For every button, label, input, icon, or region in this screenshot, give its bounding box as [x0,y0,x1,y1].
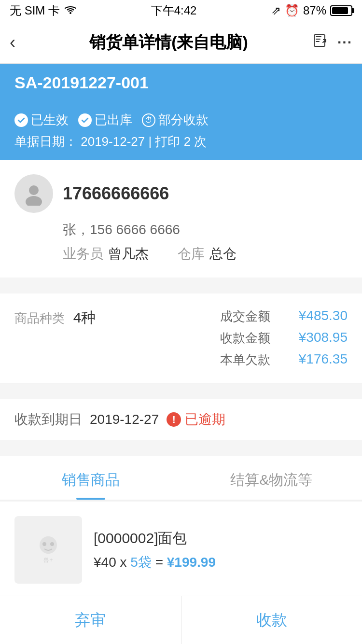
carrier-label: 无 SIM 卡 [10,3,60,18]
order-id: SA-20191227-001 [14,73,149,92]
status-right: ⇗ ⏰ 87% [271,4,352,17]
customer-name: 17666666666 [63,183,169,204]
tab-sales-label: 销售商品 [62,472,120,488]
customer-contact: 张，156 6666 6666 [63,221,348,239]
summary-section: 商品种类 4种 成交金额 ¥485.30 收款金额 ¥308.95 本单欠款 ¥… [0,294,362,383]
product-type-label: 商品种类 [14,311,65,325]
divider-1 [0,278,362,286]
doc-date-value: 2019-12-27 [81,134,145,149]
export-button[interactable] [312,33,328,52]
tab-settlement[interactable]: 结算&物流等 [181,456,362,500]
svg-point-3 [40,536,57,554]
alarm-icon: ⏰ [285,4,299,17]
badge-shipped-label: 已出库 [95,112,132,128]
badge-active-label: 已生效 [31,112,69,128]
divider-2 [0,383,362,391]
badge-active: 已生效 [14,112,69,128]
badge-partial: ⏱ 部分收款 [142,112,209,128]
product-image-1: 兽+ [14,516,82,584]
deal-amount-label: 成交金额 [220,308,270,325]
location-icon: ⇗ [271,4,281,17]
owed-value: ¥176.35 [290,351,348,368]
tab-settlement-label: 结算&物流等 [230,472,312,488]
tabs-row: 销售商品 结算&物流等 [0,456,362,500]
print-count: | 打印 2 次 [148,134,207,149]
badge-shipped: 已出库 [78,112,132,128]
amount-summary: 成交金额 ¥485.30 收款金额 ¥308.95 本单欠款 ¥176.35 [220,308,348,368]
svg-text:兽+: 兽+ [43,557,53,563]
price-unit-1: ¥40 [94,555,116,570]
page-title: 销货单详情(来自电脑) [25,31,312,54]
divider-3 [0,440,362,448]
product-name-1: [0000002]面包 [94,529,348,548]
status-badges: 已生效 已出库 ⏱ 部分收款 [14,112,209,128]
wifi-icon [65,4,76,17]
badge-partial-label: 部分收款 [158,112,209,128]
customer-row: 17666666666 [14,174,348,213]
abandon-review-button[interactable]: 弃审 [0,596,181,644]
due-section: 收款到期日 2019-12-27 ! 已逾期 [0,399,362,440]
overdue-badge: ! 已逾期 [167,410,225,429]
deal-amount-value: ¥485.30 [290,308,348,325]
overdue-icon: ! [167,412,181,427]
customer-section: 17666666666 张，156 6666 6666 业务员 曾凡杰 仓库 总… [0,160,362,278]
battery-icon [330,5,352,16]
staff-label: 业务员 [63,245,103,263]
svg-point-4 [42,542,46,546]
status-left: 无 SIM 卡 [10,3,76,18]
amount-row-1: 成交金额 ¥485.30 [220,308,348,325]
amount-row-3: 本单欠款 ¥176.35 [220,351,348,368]
doc-date-label: 单据日期： [14,134,77,149]
svg-point-1 [29,185,39,195]
staff-name: 曾凡杰 [108,245,149,263]
total-1: ¥199.99 [167,555,216,570]
received-label: 收款金额 [220,330,270,347]
owed-label: 本单欠款 [220,351,270,368]
product-type-info: 商品种类 4种 [14,308,96,328]
warehouse-label: 仓库 [178,245,205,263]
nav-actions: ··· [312,33,352,52]
amount-row-2: 收款金额 ¥308.95 [220,330,348,347]
svg-point-5 [50,542,54,546]
warehouse-name: 总仓 [209,245,237,263]
qty-1: 5袋 [130,555,152,570]
nav-bar: ‹ 销货单详情(来自电脑) ··· [0,21,362,64]
doc-date-row: 单据日期： 2019-12-27 | 打印 2 次 [14,133,348,150]
collect-payment-button[interactable]: 收款 [181,596,362,644]
status-bar: 无 SIM 卡 下午4:42 ⇗ ⏰ 87% [0,0,362,21]
product-type-count: 4种 [73,309,96,325]
more-button[interactable]: ··· [337,34,352,51]
summary-row: 商品种类 4种 成交金额 ¥485.30 收款金额 ¥308.95 本单欠款 ¥… [14,308,348,368]
received-value: ¥308.95 [290,330,348,347]
header-banner: SA-20191227-001 已生效 已出库 ⏱ 部分收款 单据日期： 201… [0,64,362,160]
due-date-label: 收款到期日 [14,410,82,429]
due-date-value: 2019-12-27 [90,412,159,427]
abandon-review-label: 弃审 [75,610,106,631]
staff-row: 业务员 曾凡杰 仓库 总仓 [63,245,348,263]
avatar [14,174,53,213]
collect-payment-label: 收款 [256,610,287,631]
overdue-text: 已逾期 [185,410,225,429]
check-icon-1 [14,113,28,127]
check-icon-2 [78,113,92,127]
bottom-bar: 弃审 收款 [0,596,362,644]
product-info-1: [0000002]面包 ¥40 x 5袋 = ¥199.99 [94,529,348,572]
product-item-1[interactable]: 兽+ [0000002]面包 ¥40 x 5袋 = ¥199.99 [0,502,362,599]
status-time: 下午4:42 [151,3,197,18]
svg-point-2 [26,196,42,206]
tab-sales-products[interactable]: 销售商品 [0,456,181,500]
clock-icon: ⏱ [142,113,155,127]
battery-percent: 87% [303,4,326,17]
back-button[interactable]: ‹ [10,32,15,53]
tabs-section: 销售商品 结算&物流等 [0,456,362,501]
product-price-1: ¥40 x 5袋 = ¥199.99 [94,553,348,572]
